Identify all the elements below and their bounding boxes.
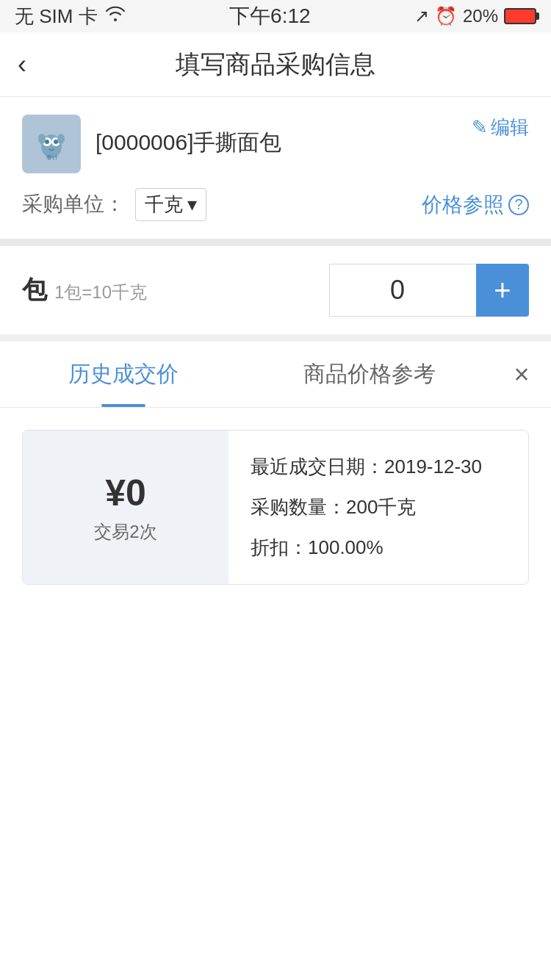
price-ref-label: 价格参照 (422, 191, 504, 219)
product-name: [0000006]手撕面包 (96, 128, 472, 158)
price-value: 0 (126, 472, 146, 514)
battery-percent: 20% (463, 6, 498, 26)
recent-date-row: 最近成交日期：2019-12-30 (251, 453, 506, 481)
dropdown-arrow-icon: ▾ (187, 193, 197, 216)
section-divider (0, 239, 551, 246)
tab-row: 历史成交价 商品价格参考 × (0, 342, 551, 408)
remaining-area (0, 607, 551, 980)
status-right: ↗ ⏰ 20% (414, 6, 536, 26)
discount-row: 折扣：100.00% (251, 533, 506, 562)
status-left: 无 SIM 卡 (15, 4, 126, 29)
quantity-input[interactable] (329, 264, 476, 317)
quantity-row-detail: 采购数量：200千克 (251, 493, 506, 522)
history-price-block: ¥0 交易2次 (23, 430, 228, 584)
quantity-detail-value: 200千克 (346, 496, 416, 518)
time-display: 下午6:12 (229, 2, 311, 30)
help-icon: ? (508, 195, 529, 215)
svg-point-6 (57, 134, 65, 144)
tab-history-label: 历史成交价 (68, 359, 179, 389)
quantity-row: 包 1包=10千克 + (0, 246, 551, 334)
battery-icon (504, 8, 536, 24)
tab-price-ref-label: 商品价格参考 (303, 359, 436, 389)
page-title: 填写商品采购信息 (176, 48, 375, 82)
edit-label: 编辑 (491, 115, 529, 140)
qty-conversion-label: 1包=10千克 (54, 281, 147, 304)
history-trades: 交易2次 (94, 520, 156, 544)
alarm-icon: ⏰ (435, 6, 457, 26)
carrier-text: 无 SIM 卡 (15, 4, 98, 29)
recent-date-label: 最近成交日期： (251, 455, 384, 478)
status-bar: 无 SIM 卡 下午6:12 ↗ ⏰ 20% (0, 0, 551, 32)
back-button[interactable]: ‹ (18, 49, 26, 80)
discount-label: 折扣： (251, 536, 308, 558)
panel-close-button[interactable]: × (492, 342, 551, 407)
nav-bar: ‹ 填写商品采购信息 (0, 32, 551, 97)
quantity-input-group: + (329, 264, 529, 317)
unit-value: 千克 (145, 192, 183, 217)
history-card: ¥0 交易2次 最近成交日期：2019-12-30 采购数量：200千克 折扣：… (22, 430, 529, 585)
qty-unit-label: 包 (22, 273, 47, 307)
tab-price-ref[interactable]: 商品价格参考 (246, 342, 492, 407)
quantity-detail-label: 采购数量： (251, 496, 346, 518)
svg-point-5 (38, 134, 46, 144)
tab-history-price[interactable]: 历史成交价 (0, 342, 246, 407)
unit-label-group: 采购单位： 千克 ▾ (22, 188, 206, 221)
product-card: 餐计 [0000006]手撕面包 ✎ 编辑 采购单位： 千克 ▾ 价格参照 ? (0, 97, 551, 239)
product-unit-row: 采购单位： 千克 ▾ 价格参照 ? (22, 188, 529, 221)
bottom-panel: 历史成交价 商品价格参考 × ¥0 交易2次 最近成交日期：2019-12-30… (0, 342, 551, 980)
product-header: 餐计 [0000006]手撕面包 ✎ 编辑 (22, 115, 529, 173)
discount-value: 100.00% (308, 536, 383, 558)
wifi-icon (105, 5, 126, 28)
product-icon: 餐计 (22, 115, 81, 173)
price-ref-button[interactable]: 价格参照 ? (422, 191, 529, 219)
location-icon: ↗ (414, 6, 429, 26)
recent-date-value: 2019-12-30 (384, 455, 482, 478)
quantity-label: 包 1包=10千克 (22, 273, 147, 307)
product-left: 餐计 [0000006]手撕面包 (22, 115, 472, 173)
edit-button[interactable]: ✎ 编辑 (472, 115, 529, 140)
qty-plus-button[interactable]: + (476, 264, 529, 317)
unit-select[interactable]: 千克 ▾ (135, 188, 206, 221)
svg-point-3 (45, 140, 49, 144)
product-info: [0000006]手撕面包 (96, 128, 472, 161)
price-symbol: ¥ (105, 472, 126, 514)
history-price: ¥0 (105, 472, 146, 514)
unit-label: 采购单位： (22, 192, 125, 215)
edit-icon: ✎ (472, 116, 488, 139)
svg-point-4 (54, 140, 58, 144)
svg-text:餐计: 餐计 (46, 154, 58, 161)
history-details: 最近成交日期：2019-12-30 采购数量：200千克 折扣：100.00% (228, 430, 528, 584)
